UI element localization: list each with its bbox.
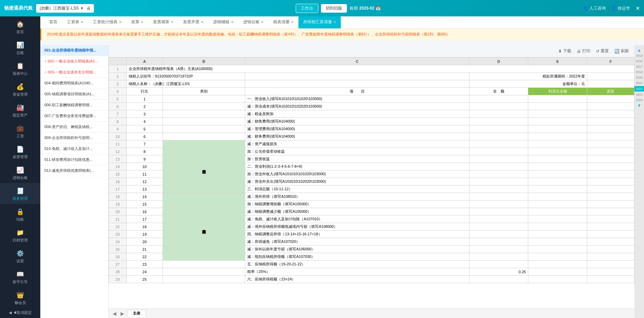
top-bar-right: 👤 人工咨询 👤 徐运华 ✕ xyxy=(583,5,640,12)
company-selector[interactable]: (勿删）江西服宝-LSS ▾ 🖨 xyxy=(36,4,94,13)
body-split: 001-企业所得税年度纳税申报... 002-一般企业收入明细表(A1... 0… xyxy=(40,45,644,318)
list-item-011[interactable]: 011-研发费用加计扣除优惠... xyxy=(40,154,108,165)
timeline-panel: ▲ 2019 2016 2017 2018 2020 2021 2022 202… xyxy=(634,45,644,318)
sidebar-item-settings[interactable]: ⚙️ 设置 xyxy=(0,246,40,266)
row-num: 2 xyxy=(109,73,127,80)
list-item-003[interactable]: 003-一般企业成本支出明细... xyxy=(40,67,108,78)
workbench-button[interactable]: 工作台 xyxy=(296,4,318,13)
sidebar-item-home[interactable]: 🏠 首页 xyxy=(0,16,40,37)
close-icon[interactable]: ✕ xyxy=(81,20,83,24)
reset-button[interactable]: ↺ 重置 xyxy=(596,48,609,54)
sidebar-item-trade[interactable]: 📈 进销台账 xyxy=(0,162,40,183)
close-icon[interactable]: ✕ xyxy=(201,20,204,24)
tab-invoice-calc[interactable]: 发票测算 ✕ xyxy=(148,16,178,28)
timeline-year-2019[interactable]: 2019 xyxy=(636,53,643,58)
ai-consult-button[interactable]: 👤 人工咨询 xyxy=(583,5,606,11)
sheet-nav-prev[interactable]: ◀ xyxy=(111,310,118,317)
close-icon[interactable]: ✕ xyxy=(333,20,336,24)
sidebar-item-salary[interactable]: 💼 工资 xyxy=(0,121,40,141)
table-row: 8 4 减：销售费用(填写A104000) xyxy=(109,118,634,125)
refresh-button[interactable]: 🔄 刷新 xyxy=(614,48,629,54)
sidebar-item-label: 税务管理 xyxy=(13,196,28,201)
user-profile[interactable]: 👤 徐运华 xyxy=(611,5,630,11)
timeline-year-2018[interactable]: 2018 xyxy=(636,70,643,74)
pin-icon: ◀ xyxy=(9,310,12,315)
table-row: 5 1 一、营业收入(填写A101010\101020\103000) xyxy=(109,95,634,103)
close-icon[interactable]: ✕ xyxy=(141,20,143,24)
tab-invoice[interactable]: 发票 ✕ xyxy=(126,16,148,28)
row-num: 3 xyxy=(109,80,127,88)
spreadsheet-container[interactable]: A B C D E F xyxy=(109,57,634,308)
timeline-up-arrow[interactable]: ▲ xyxy=(637,48,641,53)
list-item-007[interactable]: 007-广告费和业务宣传费超降... xyxy=(40,111,108,122)
timeline-year-2016[interactable]: 2016 xyxy=(636,59,643,64)
list-item-001[interactable]: 001-企业所得税年度纳税申报... xyxy=(40,45,108,56)
sidebar-item-assets[interactable]: 🏭 固定资产 xyxy=(0,100,40,121)
sidebar-item-member[interactable]: 👑 畅会员 xyxy=(0,287,40,308)
table-row: 7 3 减：税金及附加 xyxy=(109,110,634,118)
list-item-009[interactable]: 009-企业所得税积补亏损明... xyxy=(40,133,108,143)
tab-tax-clear[interactable]: 税表清册 ✕ xyxy=(268,16,298,28)
tab-trade-audit[interactable]: 进销稽核 ✕ xyxy=(208,16,238,28)
close-icon[interactable]: ✕ xyxy=(171,20,173,24)
col-label-item: 项 目 xyxy=(245,88,469,95)
sidebar-item-closing[interactable]: 🔒 结账 xyxy=(0,204,40,225)
timeline-year-2024[interactable]: 2024 xyxy=(636,98,643,102)
warning-container: 2019年度步及取以前年度延续数据的申报表单元格需要手工维护正确，才能保证本年及… xyxy=(40,29,644,40)
sidebar-item-invoice[interactable]: 📄 发票管理 xyxy=(0,141,40,162)
switch-version-button[interactable]: 切到旧版 xyxy=(321,4,347,13)
sidebar-item-reports[interactable]: 📋 报表中心 xyxy=(0,58,40,79)
sidebar-bottom-toggle[interactable]: ◀ ◀取消固定 xyxy=(0,307,40,318)
table-row: 2 纳税人识别号：91320500703719732P 税款所属期间：2022年… xyxy=(109,73,634,80)
row-num: 4 xyxy=(109,88,127,95)
list-panel: 001-企业所得税年度纳税申报... 002-一般企业收入明细表(A1... 0… xyxy=(40,45,109,318)
table-row: 18 14 应纳税所得额计算 减：境外所得（填写A108010） xyxy=(109,193,634,201)
sidebar-item-archive[interactable]: 📁 归档管理 xyxy=(0,225,40,246)
timeline-down-arrow[interactable]: ▼ xyxy=(637,103,641,108)
sidebar-item-label: 结账 xyxy=(16,217,24,222)
list-item-002[interactable]: 002-一般企业收入明细表(A1... xyxy=(40,56,108,67)
tab-income-tax[interactable]: 所得税汇算清缴 ✕ xyxy=(298,16,341,28)
timeline-year-2022[interactable]: 2022 xyxy=(634,86,644,92)
close-icon[interactable]: ✕ xyxy=(261,20,264,24)
col-label-diff: 差异 xyxy=(587,88,634,95)
table-row: 1 企业所得税年度纳税申报表（A类）主表(A100000) xyxy=(109,65,634,73)
print-icon: 🖨 xyxy=(577,49,581,54)
sidebar-item-label: 设置 xyxy=(16,259,24,264)
sidebar-item-label: 固定资产 xyxy=(13,113,28,118)
print-button[interactable]: 🖨 打印 xyxy=(577,48,590,54)
tax-period-cell: 税款所属期间：2022年度 xyxy=(469,73,587,80)
download-button[interactable]: ⬇ 下载 xyxy=(558,48,571,54)
sheet-nav-next[interactable]: ▶ xyxy=(119,310,126,317)
tab-home[interactable]: 首页 xyxy=(44,16,62,28)
col-header-e: E xyxy=(528,58,587,65)
tab-salary-stats[interactable]: 工资统计报表 ✕ xyxy=(88,16,126,28)
tab-trade-ledger[interactable]: 进销台账 ✕ xyxy=(238,16,268,28)
sidebar-item-tax[interactable]: 🧾 税务管理 xyxy=(0,183,40,204)
table-row: 6 2 减：营业成本(填写A102010\102020\103000) xyxy=(109,103,634,110)
list-item-006[interactable]: 006-职工薪酬纳税调整明细... xyxy=(40,100,108,111)
sidebar-item-ledger[interactable]: 📊 总账 xyxy=(0,37,40,58)
tab-invoice-open[interactable]: 发票开票 ✕ xyxy=(178,16,208,28)
sheet-tab-main[interactable]: 主表 xyxy=(127,310,146,317)
sidebar-item-guide[interactable]: 📖 新手引导 xyxy=(0,266,40,287)
timeline-year-2023[interactable]: 2023 xyxy=(636,92,643,97)
list-item-008[interactable]: 008-资产折旧、摊销及纳税... xyxy=(40,122,108,133)
sheet-tabs: ◀ ▶ 主表 xyxy=(109,308,634,318)
list-item-012[interactable]: 012-减免所得税优惠明细表(... xyxy=(40,165,108,176)
timeline-year-2020[interactable]: 2020 xyxy=(636,75,643,80)
list-item-005[interactable]: 005-纳税调整项目明细表(A1... xyxy=(40,89,108,100)
timeline-year-2021[interactable]: 2021 xyxy=(636,81,643,85)
list-item-004[interactable]: 004-期间费用明细表(A1040... xyxy=(40,78,108,89)
list-item-010[interactable]: 010-免税、减计收入及加计... xyxy=(40,143,108,154)
close-icon[interactable]: ✕ xyxy=(635,5,640,12)
timeline-year-2017[interactable]: 2017 xyxy=(636,64,643,69)
sidebar-item-capital[interactable]: 💰 资金管理 xyxy=(0,79,40,100)
close-icon[interactable]: ✕ xyxy=(291,20,294,24)
close-icon[interactable]: ✕ xyxy=(231,20,234,24)
table-row: 28 24 税率（25%） 0.25 xyxy=(109,268,634,276)
table-row: 11 7 利润总额计算 减：资产减值损失 xyxy=(109,140,634,148)
tab-bar: 首页 工资表 ✕ 工资统计报表 ✕ 发票 ✕ 发票测算 ✕ 发票开票 ✕ 进销稽… xyxy=(40,16,644,29)
tab-salary[interactable]: 工资表 ✕ xyxy=(62,16,88,28)
close-icon[interactable]: ✕ xyxy=(119,20,122,24)
